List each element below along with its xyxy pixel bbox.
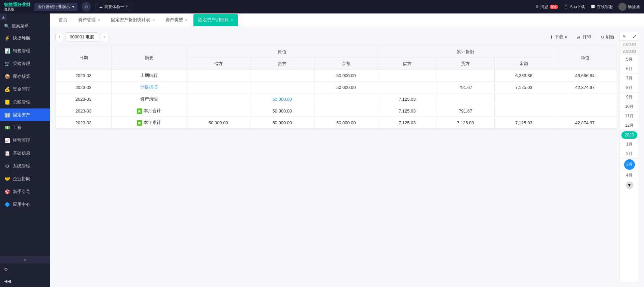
refresh-button[interactable]: ↻ 刷新 — [598, 33, 617, 41]
sidebar-item-quicknav[interactable]: ⚡ 快捷导航 — [0, 32, 50, 44]
service-icon: 💬 — [590, 4, 595, 9]
sidebar-bottom-settings[interactable]: ⚙ — [0, 263, 50, 275]
next-asset-button[interactable]: › — [101, 33, 109, 41]
tab-assets[interactable]: 资产管理 × — [73, 14, 105, 26]
page-content: ‹ 000001 电脑 › ⬇ 下载 ▾ 🖨 — [50, 27, 644, 287]
funds-icon: 💰 — [4, 86, 10, 92]
tab-assettype[interactable]: 资产类型 × — [161, 14, 192, 26]
user-item[interactable]: 畅捷通 — [618, 3, 640, 11]
toolbar-right: ⬇ 下载 ▾ 🖨 打印 ↻ 刷新 — [547, 33, 617, 41]
table-row: 2023-03资产清理50,000.007,125.03 — [56, 93, 617, 105]
timeline-month-2[interactable]: 2月 — [620, 149, 639, 159]
payroll-icon: 💵 — [4, 125, 10, 131]
tab-depreciation[interactable]: 固定资产折旧统计表 × — [106, 14, 159, 26]
guide-icon: 🎯 — [4, 189, 10, 195]
avatar — [618, 3, 626, 11]
message-badge: 99+ — [550, 5, 558, 9]
sidebar-bottom: ▼ ⚙ ◀◀ — [0, 256, 50, 287]
download-icon: ⬇ — [550, 35, 553, 40]
toolbar-left: ‹ 000001 电脑 › — [55, 32, 109, 42]
sidebar-scroll-up[interactable]: ▲ — [0, 13, 7, 20]
company-selector[interactable]: 医疗器械行业演示 ▾ — [34, 3, 78, 11]
refresh-icon: ↻ — [601, 35, 604, 40]
top-bar-right: 🖥 消息 99+ 📱 App下载 💬 在线客服 畅捷通 — [535, 3, 640, 11]
right-panel-top: ✕ ⤢ — [620, 32, 639, 41]
sidebar-item-system[interactable]: ⚙ 系统管理 — [0, 160, 50, 172]
main-table-area: ‹ 000001 电脑 › ⬇ 下载 ▾ 🖨 — [55, 32, 617, 282]
sidebar-item-sales[interactable]: 📊 销售管理 — [0, 44, 50, 57]
panel-expand-button[interactable]: ⤢ — [633, 34, 637, 39]
enterprise-icon: 🤝 — [4, 176, 10, 182]
sidebar-item-fixedassets[interactable]: 🏢 固定资产 — [0, 108, 50, 121]
sidebar-item-basicinfo[interactable]: 📋 基础信息 — [0, 147, 50, 160]
panel-close-button[interactable]: ✕ — [622, 34, 626, 39]
sidebar-item-operations[interactable]: 📈 经营管理 — [0, 134, 50, 147]
cloud-icon: ☁ — [99, 4, 103, 9]
table-row: 2023-03▣本月合计50,000.007,125.03791.67 — [56, 105, 617, 117]
timeline-month-10[interactable]: 10月 — [620, 102, 639, 111]
search-icon: 🔍 — [4, 24, 9, 29]
timeline-month-7[interactable]: 7月 — [620, 74, 639, 83]
timeline-month-1[interactable]: 1月 — [620, 140, 639, 149]
app-download-item[interactable]: 📱 App下载 — [563, 4, 585, 10]
tab-close-depreciation[interactable]: × — [152, 18, 155, 22]
col-date: 日期 — [56, 46, 112, 70]
sidebar-item-ledger[interactable]: 📒 总账管理 — [0, 96, 50, 108]
quicknav-icon: ⚡ — [4, 35, 10, 41]
timeline-month-12[interactable]: 12月 — [620, 121, 639, 130]
timeline-month-4[interactable]: 4月 — [620, 171, 639, 180]
table-row: 2023-03上期结转50,000.006,333.3643,666.64 — [56, 70, 617, 82]
table-row: 2023-03▣本年累计50,000.0050,000.0050,000.007… — [56, 117, 617, 129]
timeline-month-6[interactable]: 6月 — [620, 64, 639, 74]
purchase-icon: 🛒 — [4, 61, 10, 67]
asset-code-tag: 000001 电脑 — [66, 32, 98, 42]
chevron-down-icon: ▾ — [72, 4, 74, 9]
col-accum-credit: 贷方 — [436, 58, 495, 70]
tab-home[interactable]: 首页 — [54, 14, 72, 26]
tab-close-detail[interactable]: × — [231, 18, 233, 22]
timeline-arrow-down[interactable]: ▼ — [620, 180, 639, 190]
sidebar-item-appcenter[interactable]: 🔷 应用中心 — [0, 198, 50, 211]
message-item[interactable]: 🖥 消息 99+ — [535, 4, 558, 10]
timeline-section-before: 5月 6月 7月 8月 9月 10月 11月 12月 — [620, 55, 639, 131]
experience-button[interactable]: ☁ 我要体验一下 — [95, 3, 132, 11]
sidebar-item-purchase[interactable]: 🛒 采购管理 — [0, 57, 50, 70]
print-icon: 🖨 — [577, 35, 581, 40]
col-orig-credit: 贷方 — [250, 58, 314, 70]
settings-icon-btn[interactable]: ⚙ — [82, 2, 91, 11]
tab-close-assettype[interactable]: × — [185, 18, 187, 22]
sidebar-item-payroll[interactable]: 💵 工资 — [0, 121, 50, 134]
fixedassets-icon: 🏢 — [4, 112, 10, 118]
download-button[interactable]: ⬇ 下载 ▾ — [547, 33, 570, 41]
tab-detail[interactable]: 固定资产明细账 × — [193, 14, 238, 26]
prev-asset-button[interactable]: ‹ — [55, 33, 63, 41]
timeline-month-8[interactable]: 8月 — [620, 83, 639, 93]
appcenter-icon: 🔷 — [4, 201, 10, 208]
sidebar-item-guide[interactable]: 🎯 新手引导 — [0, 185, 50, 198]
sidebar-scroll-indicator: ▼ — [0, 257, 50, 263]
sidebar-search[interactable]: 🔍 搜索菜单 — [0, 20, 50, 32]
print-button[interactable]: 🖨 打印 — [574, 33, 594, 41]
timeline-month-5[interactable]: 5月 — [620, 55, 639, 64]
col-original-value: 原值 — [186, 46, 378, 58]
download-chevron-icon: ▾ — [565, 35, 567, 40]
timeline: 2023.03 2023.03 5月 6月 7月 8月 9月 10月 11月 1… — [620, 41, 639, 282]
timeline-month-9[interactable]: 9月 — [620, 93, 639, 102]
tab-close-assets[interactable]: × — [98, 18, 100, 22]
timeline-month-11[interactable]: 11月 — [620, 111, 639, 121]
sidebar-item-inventory[interactable]: 📦 库存核算 — [0, 70, 50, 83]
timeline-year-label2: 2023.03 — [620, 48, 639, 55]
online-service-item[interactable]: 💬 在线客服 — [590, 4, 613, 10]
timeline-year-2023[interactable]: 2023 — [621, 131, 637, 139]
content-area: 首页 资产管理 × 固定资产折旧统计表 × 资产类型 × 固定资产明细账 × — [50, 13, 644, 287]
app-logo: 畅捷通好业财 普及版 — [4, 2, 30, 11]
page-toolbar: ‹ 000001 电脑 › ⬇ 下载 ▾ 🖨 — [55, 32, 617, 42]
sidebar-item-enterprise[interactable]: 🤝 企业协同 — [0, 172, 50, 185]
sidebar-item-funds[interactable]: 💰 资金管理 — [0, 83, 50, 96]
basicinfo-icon: 📋 — [4, 150, 10, 156]
col-orig-debit: 借方 — [186, 58, 250, 70]
sidebar: ▲ 🔍 搜索菜单 ⚡ 快捷导航 📊 销售管理 🛒 采购管理 📦 库存核算 — [0, 13, 50, 287]
section-icon: ▣ — [137, 108, 142, 114]
sidebar-bottom-collapse[interactable]: ◀◀ — [0, 275, 50, 287]
timeline-month-3[interactable]: 3月 — [624, 159, 635, 170]
